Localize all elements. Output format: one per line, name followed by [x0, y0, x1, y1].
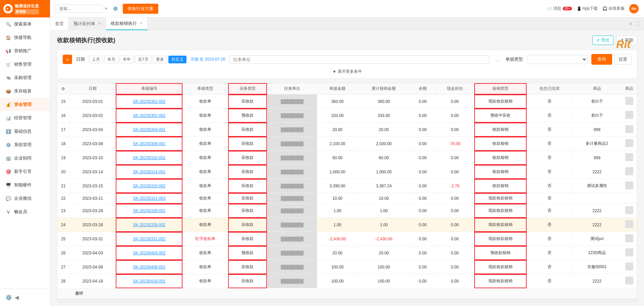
row-biz-type: 应收款 — [228, 123, 267, 137]
col-gear[interactable]: ⚙ — [57, 83, 69, 95]
member-icon: V — [5, 209, 11, 215]
app-download-button[interactable]: 📱 App下载 — [577, 6, 598, 11]
sidebar-item-operations[interactable]: 📊 经营管理 — [0, 111, 50, 125]
settings-icon: ⚙️ — [5, 142, 11, 148]
row-doc-type: 红字收款单 — [182, 232, 228, 246]
col-doc-no[interactable]: 单据编号 — [116, 83, 182, 95]
filter-date-this-year[interactable]: 本年 — [120, 56, 134, 63]
doc-no-link[interactable]: SK-20230301-002 — [133, 99, 165, 104]
messages-button[interactable]: ✉️ 消息 99+ — [547, 6, 572, 11]
filter-expand-row: ▼ 展开更多条件 — [63, 67, 632, 74]
sidebar-item-label: 基础信息 — [14, 128, 32, 134]
query-button[interactable]: 查询 — [591, 54, 612, 65]
sidebar-item-finance[interactable]: 💰 资金管理 — [0, 98, 50, 111]
sidebar-item-member[interactable]: V 畅会员 — [0, 205, 50, 219]
row-amount: 100.00 — [317, 260, 358, 274]
expand-button[interactable]: ▼ 展开更多条件 — [332, 69, 362, 74]
export-button[interactable]: ↗ 导出 — [592, 36, 613, 45]
doc-no-link[interactable]: SK-20230315-002 — [133, 184, 165, 188]
tab-prepay[interactable]: 预计应付单 ✕ — [69, 17, 106, 30]
row-biz-type: 应收款 — [228, 204, 267, 218]
collapse-icon[interactable]: ◀ — [15, 294, 19, 301]
sidebar-item-marketing[interactable]: 📢 营销推广 — [0, 44, 50, 58]
col-product2[interactable]: 商品 — [622, 83, 637, 95]
col-doc-type[interactable]: 单据类型 — [182, 83, 228, 95]
sidebar-item-sales[interactable]: 🛒 销售管理 — [0, 58, 50, 71]
footer-product2 — [622, 288, 637, 299]
col-include-settled[interactable]: 包含已结清 — [527, 83, 572, 95]
col-amount[interactable]: 单据金额 — [317, 83, 358, 95]
sidebar-item-wechat[interactable]: 💬 企业微信 — [0, 192, 50, 205]
row-cash-discount: 0.00 — [435, 260, 474, 274]
col-cum-cancel[interactable]: 累计核销金额 — [358, 83, 410, 95]
filter-date-7days[interactable]: 近7天 — [135, 56, 152, 63]
doc-no-link[interactable]: SK-20230331-002 — [133, 237, 165, 241]
solution-button[interactable]: 体验行业方案 — [123, 4, 158, 14]
filter-date-label: 日期 — [76, 56, 85, 62]
footer-partner — [267, 288, 317, 299]
footer-settled — [527, 288, 572, 299]
doc-no-link[interactable]: SK-20230328-001 — [133, 208, 165, 213]
doc-no-link[interactable]: SK-20230408-001 — [133, 265, 165, 269]
row-balance: 0.00 — [410, 193, 435, 204]
sidebar-item-guide[interactable]: 🎯 新手引导 — [0, 165, 50, 178]
row-product2 — [622, 137, 637, 151]
topbar-gear-icon[interactable]: ⚙️ — [111, 4, 120, 13]
topbar-dropdown-icon[interactable]: ▼ — [104, 6, 108, 11]
col-cancel-type[interactable]: 核销类型 — [474, 83, 527, 95]
tab-receipt-cancel-close[interactable]: ✕ — [140, 21, 143, 25]
row-amount: -2,430.00 — [317, 232, 358, 246]
settings-button[interactable]: 设置 — [614, 54, 632, 65]
sidebar-item-basic[interactable]: ℹ️ 基础信息 — [0, 125, 50, 138]
tab-home[interactable]: 首页 — [50, 17, 69, 30]
row-doc-no: SK-20230418-001 — [116, 274, 182, 288]
topbar-search-input[interactable] — [56, 5, 103, 13]
row-biz-type: 预收款 — [228, 109, 267, 123]
sidebar-item-quick-nav[interactable]: 🏠 快捷导航 — [0, 31, 50, 44]
topbar-right: ✉️ 消息 99+ 📱 App下载 🎧 在线客服 Rit — [547, 4, 639, 13]
gear-bottom-icon[interactable]: ⚙️ — [5, 294, 12, 301]
col-biz-type[interactable]: 业务类型 — [228, 83, 267, 95]
doc-no-link[interactable]: SK-20230328-002 — [133, 223, 165, 227]
row-product: 2222 — [572, 204, 622, 218]
filter-date-more[interactable]: 更多 — [153, 56, 167, 63]
doc-no-link[interactable]: SK-20230302-002 — [133, 113, 165, 118]
filter-date-last-month[interactable]: 上月 — [89, 56, 103, 63]
filter-date-custom[interactable]: 自定义 — [168, 56, 186, 63]
sidebar-item-search[interactable]: 🔍 搜索菜单 — [0, 17, 50, 31]
filter-date-this-month[interactable]: 本月 — [104, 56, 118, 63]
col-date[interactable]: 日期 — [69, 83, 116, 95]
sidebar-item-system[interactable]: ⚙️ 系统管理 — [0, 138, 50, 151]
sidebar-item-enterprise[interactable]: 🏢 企业协同 — [0, 151, 50, 165]
guide-icon: 🎯 — [5, 169, 11, 175]
row-cancel-type: 现款收款核销 — [474, 193, 527, 204]
user-avatar[interactable]: Rit — [629, 4, 639, 13]
sidebar-item-hardware[interactable]: 🖥️ 智能硬件 — [0, 178, 50, 192]
doc-no-link[interactable]: SK-20230304-001 — [133, 127, 165, 132]
tabs-bar: 首页 预计应付单 ✕ 收款核销执行 ✕ ✕ ⛶ — [50, 17, 644, 30]
filter-toggle-button[interactable]: » — [63, 55, 72, 64]
col-partner[interactable]: 往来单位 — [267, 83, 317, 95]
info-icon: ℹ️ — [5, 128, 11, 134]
doc-no-link[interactable]: SK-20230314-001 — [133, 170, 165, 174]
doc-no-link[interactable]: SK-20230310-001 — [133, 156, 165, 160]
doc-no-link[interactable]: SK-20230308-001 — [133, 141, 165, 146]
col-balance[interactable]: 余额 — [410, 83, 435, 95]
row-no: 23 — [57, 204, 69, 218]
sidebar-item-purchase[interactable]: 🛍 采购管理 — [0, 71, 50, 84]
doc-no-link[interactable]: SK-20230321-003 — [133, 196, 165, 201]
col-product[interactable]: 商品 — [572, 83, 622, 95]
tab-receipt-cancel[interactable]: 收款核销执行 ✕ — [106, 17, 148, 30]
filter-partner-input[interactable] — [229, 55, 489, 64]
doc-no-link[interactable]: SK-20230403-002 — [133, 251, 165, 255]
online-service-button[interactable]: 🎧 在线客服 — [602, 6, 625, 11]
col-cash-discount[interactable]: 现金折扣 — [435, 83, 474, 95]
doc-no-link[interactable]: SK-20230418-001 — [133, 279, 165, 284]
tab-prepay-close[interactable]: ✕ — [98, 21, 101, 26]
tab-close-all-icon[interactable]: ✕ — [629, 21, 633, 26]
footer-date: 合计 — [69, 288, 116, 299]
tab-maximize-icon[interactable]: ⛶ — [635, 21, 640, 26]
row-cancel-type: 现款收款核销 — [474, 274, 527, 288]
filter-type-select[interactable] — [527, 55, 587, 64]
sidebar-item-inventory[interactable]: 📦 库存核算 — [0, 84, 50, 98]
